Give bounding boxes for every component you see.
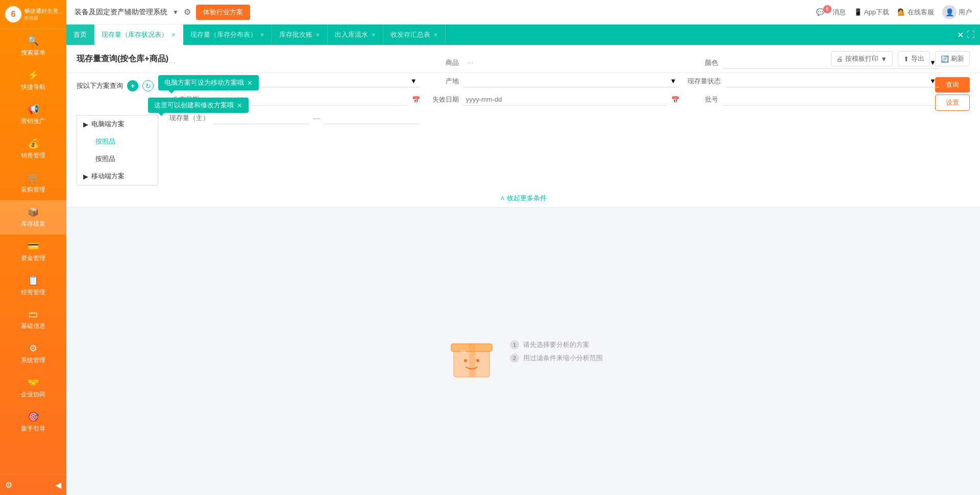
schema-sub2-label: 按照品: [95, 154, 115, 163]
sidebar-item-purchase[interactable]: 🛒 采购管理: [0, 166, 66, 200]
sidebar-item-base[interactable]: 🗃 基础信息: [0, 303, 66, 337]
sidebar-item-search[interactable]: 🔍 搜索菜单: [0, 29, 66, 63]
tab-inventory-dist[interactable]: 现存量（库存分布表） ✕: [183, 25, 272, 45]
avatar: 👤: [942, 5, 957, 19]
sidebar-item-system[interactable]: ⚙ 系统管理: [0, 337, 66, 371]
messages-label: 消息: [832, 8, 846, 17]
tab-inventory-status[interactable]: 现存量（库存状况表） ✕: [94, 25, 183, 45]
online-support-item[interactable]: 💁 在线客服: [897, 8, 934, 17]
tab-home[interactable]: 首页: [66, 25, 94, 45]
svg-point-5: [460, 350, 466, 353]
refresh-icon: 🔄: [941, 55, 949, 63]
tab-inventory-dist-close[interactable]: ✕: [260, 32, 264, 38]
tab-close-all-icon[interactable]: ✕: [957, 30, 964, 40]
sidebar-item-sales[interactable]: 💰 销售管理: [0, 132, 66, 166]
collapse-bar[interactable]: ∧ 收起更多条件: [66, 190, 980, 207]
goods-dots[interactable]: ···: [467, 58, 474, 67]
sidebar-item-label-quick-nav: 快捷导航: [21, 83, 45, 91]
filter-row-1: ··· 商品 ··· 颜色 ▼: [168, 57, 939, 69]
tab-inventory-status-close[interactable]: ✕: [171, 32, 176, 38]
filter-field-exp-date: 失效日期 📅: [428, 93, 680, 106]
tab-in-out-flow-close[interactable]: ✕: [371, 32, 376, 38]
stock-status-select[interactable]: ▼: [725, 75, 939, 87]
mfg-date-icon[interactable]: 📅: [412, 96, 420, 104]
phone-icon: 📱: [854, 8, 862, 16]
stock-status-label: 现存量状态: [688, 77, 721, 86]
tab-batch-ledger-label: 库存批次账: [279, 30, 312, 39]
sidebar-item-quick-nav[interactable]: ⚡ 快捷导航: [0, 63, 66, 98]
logo-icon: 6: [5, 6, 21, 22]
tab-batch-ledger-close[interactable]: ✕: [315, 32, 320, 38]
batch-input[interactable]: [722, 93, 939, 106]
origin-select[interactable]: ▼: [463, 75, 680, 87]
filter-refresh-btn[interactable]: ↻: [142, 80, 154, 91]
tab-collect-send[interactable]: 收发存汇总表 ✕: [383, 25, 446, 45]
search-button[interactable]: 查询: [935, 77, 970, 92]
range-separator: —: [313, 114, 320, 122]
tab-in-out-flow[interactable]: 出入库流水 ✕: [328, 25, 383, 45]
sidebar-item-operations[interactable]: 📋 经营管理: [0, 269, 66, 303]
tab-home-label: 首页: [74, 30, 87, 39]
filter-row-3: 生产日期 📅 失效日期 📅: [168, 93, 939, 106]
header-right: 💬 6 消息 📱 App下载 💁 在线客服 👤 用户: [816, 5, 972, 19]
sidebar-collapse-icon[interactable]: ◀: [55, 480, 61, 490]
filter-field-color: 颜色 ▼: [688, 57, 939, 69]
exp-date-label: 失效日期: [428, 95, 459, 104]
filter-add-btn[interactable]: +: [127, 80, 138, 91]
tooltip-create-schema-close[interactable]: ✕: [237, 102, 242, 109]
exp-date-start[interactable]: [463, 93, 668, 106]
empty-illustration: [444, 326, 495, 377]
sidebar-item-label-marketing: 营销推广: [21, 117, 45, 126]
top-header: 装备及固定资产辅助管理系统 ▼ ⚙ 体验行业方案 💬 6 消息 📱 App下载 …: [66, 0, 980, 25]
empty-tip-1: 1 请先选择要分析的方案: [510, 340, 603, 349]
system-dropdown-icon[interactable]: ▼: [173, 9, 179, 16]
messages-item[interactable]: 💬 6 消息: [816, 8, 846, 17]
color-select[interactable]: ▼: [722, 57, 939, 69]
tooltip-schema-close[interactable]: ✕: [247, 79, 253, 87]
logo-text: 畅捷通好生意: [24, 7, 58, 14]
schema-tree-item-sub1[interactable]: 按照品: [89, 133, 158, 150]
tab-collect-send-close[interactable]: ✕: [433, 32, 438, 38]
system-icon: ⚙: [29, 343, 37, 354]
sidebar-item-guide[interactable]: 🎯 新手引导: [0, 405, 66, 439]
tab-inventory-dist-label: 现存量（库存分布表）: [190, 30, 257, 39]
warehouse-dots[interactable]: ···: [168, 58, 175, 67]
header-settings-icon[interactable]: ⚙: [184, 7, 191, 17]
color-dropdown-icon: ▼: [929, 59, 936, 66]
sidebar-item-marketing[interactable]: 📢 营销推广: [0, 98, 66, 132]
search-icon: 🔍: [28, 35, 39, 46]
sidebar-item-label-system: 系统管理: [21, 356, 45, 365]
app-download-item[interactable]: 📱 App下载: [854, 8, 889, 17]
enterprise-icon: 🤝: [28, 377, 39, 388]
refresh-button[interactable]: 🔄 刷新: [935, 51, 970, 66]
filter-field-stock-qty: 现存量（主） —: [168, 112, 420, 124]
tab-in-out-flow-label: 出入库流水: [335, 30, 368, 39]
schema-tree-item-mobile[interactable]: ▶ 移动端方案: [77, 168, 158, 185]
sidebar-item-inventory[interactable]: 📦 库存核算: [0, 200, 66, 234]
tab-fullscreen-icon[interactable]: ⛶: [967, 30, 975, 39]
tab-batch-ledger[interactable]: 库存批次账 ✕: [272, 25, 328, 45]
sidebar-item-finance[interactable]: 💳 资金管理: [0, 234, 66, 269]
svg-rect-2: [469, 344, 475, 377]
filter-field-warehouse: ···: [168, 58, 420, 67]
filter-fields: ··· 商品 ··· 颜色 ▼: [168, 57, 939, 124]
empty-num-2: 2: [510, 353, 519, 363]
exp-date-icon[interactable]: 📅: [671, 96, 679, 104]
sidebar-logo[interactable]: 6 畅捷通好生意 标准版: [0, 0, 66, 29]
sales-icon: 💰: [28, 138, 39, 149]
system-title: 装备及固定资产辅助管理系统: [75, 8, 167, 17]
sidebar-item-label-purchase: 采购管理: [21, 185, 45, 194]
schema-tree-item-sub2[interactable]: 按照品: [89, 150, 158, 168]
user-item[interactable]: 👤 用户: [942, 5, 972, 19]
sidebar-item-label-sales: 销售管理: [21, 151, 45, 160]
messages-badge: 6: [823, 5, 831, 13]
stock-status-dropdown-icon: ▼: [929, 77, 936, 85]
sidebar-item-enterprise[interactable]: 🤝 企业协同: [0, 371, 66, 405]
stock-qty-max[interactable]: [324, 112, 420, 124]
industry-btn[interactable]: 体验行业方案: [196, 5, 250, 20]
schema-tree-item-desktop[interactable]: ▶ 电脑端方案: [77, 115, 158, 133]
stock-qty-min[interactable]: [213, 112, 309, 124]
tab-collect-send-label: 收发存汇总表: [390, 30, 430, 39]
filter-row-4: 现存量（主） —: [168, 112, 939, 124]
sidebar-settings-icon[interactable]: ⚙: [5, 480, 12, 490]
